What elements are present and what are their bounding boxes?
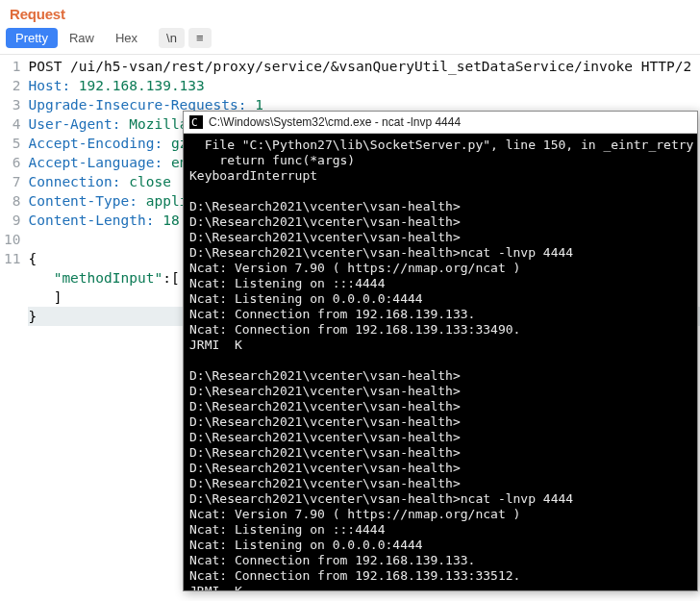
editor-toolbar: PrettyRawHex \n ≡ [0, 24, 700, 55]
terminal-line: Ncat: Version 7.90 ( https://nmap.org/nc… [189, 261, 691, 276]
code-line[interactable]: Host: 192.168.139.133 [28, 76, 700, 95]
terminal-titlebar[interactable]: C C:\Windows\System32\cmd.exe - ncat -ln… [184, 112, 697, 134]
line-number: 6 [4, 153, 20, 172]
menu-button[interactable]: ≡ [188, 28, 212, 48]
terminal-title-text: C:\Windows\System32\cmd.exe - ncat -lnvp… [209, 115, 461, 129]
terminal-line: Ncat: Version 7.90 ( https://nmap.org/nc… [189, 507, 691, 522]
terminal-line: Ncat: Connection from 192.168.139.133. [189, 307, 691, 322]
terminal-line: Ncat: Listening on :::4444 [189, 276, 691, 291]
terminal-window[interactable]: C C:\Windows\System32\cmd.exe - ncat -ln… [183, 111, 698, 591]
terminal-line: JRMI K [189, 338, 691, 353]
line-number: 2 [4, 76, 20, 95]
line-number: 7 [4, 172, 20, 191]
terminal-line: Ncat: Connection from 192.168.139.133:33… [189, 568, 691, 584]
terminal-line: D:\Research2021\vcenter\vsan-health> [189, 214, 691, 230]
line-number: 4 [4, 114, 20, 134]
terminal-line: D:\Research2021\vcenter\vsan-health>ncat… [189, 245, 691, 261]
tab-hex[interactable]: Hex [106, 28, 147, 48]
terminal-line: D:\Research2021\vcenter\vsan-health> [189, 445, 691, 461]
terminal-line: D:\Research2021\vcenter\vsan-health> [189, 476, 691, 491]
code-line[interactable]: POST /ui/h5-vsan/rest/proxy/service/&vsa… [28, 57, 700, 76]
terminal-line: return func(*args) [189, 153, 691, 168]
line-number: 8 [4, 191, 20, 211]
terminal-line: D:\Research2021\vcenter\vsan-health> [189, 199, 691, 214]
line-number: 10 [4, 230, 20, 249]
terminal-line: File "C:\Python27\lib\SocketServer.py", … [189, 138, 691, 153]
line-number [4, 288, 20, 307]
line-number: 1 [4, 57, 20, 76]
terminal-line: JRMI K [189, 584, 691, 590]
svg-text:C: C [191, 116, 198, 129]
editor-gutter: 1234567891011 [0, 55, 28, 328]
terminal-line: D:\Research2021\vcenter\vsan-health> [189, 399, 691, 414]
terminal-line: Ncat: Listening on :::4444 [189, 522, 691, 538]
terminal-line: Ncat: Listening on 0.0.0.0:4444 [189, 291, 691, 307]
terminal-line: D:\Research2021\vcenter\vsan-health> [189, 230, 691, 245]
terminal-line: D:\Research2021\vcenter\vsan-health>ncat… [189, 491, 691, 507]
terminal-line: D:\Research2021\vcenter\vsan-health> [189, 430, 691, 445]
terminal-line: D:\Research2021\vcenter\vsan-health> [189, 461, 691, 476]
terminal-line: D:\Research2021\vcenter\vsan-health> [189, 368, 691, 384]
terminal-line: Ncat: Connection from 192.168.139.133. [189, 553, 691, 568]
line-number: 11 [4, 249, 20, 268]
line-number [4, 307, 20, 326]
terminal-line [189, 353, 691, 368]
line-number: 9 [4, 211, 20, 230]
terminal-line: D:\Research2021\vcenter\vsan-health> [189, 384, 691, 399]
terminal-line: D:\Research2021\vcenter\vsan-health> [189, 414, 691, 430]
line-number: 5 [4, 134, 20, 153]
line-number [4, 268, 20, 288]
terminal-line: Ncat: Connection from 192.168.139.133:33… [189, 322, 691, 338]
terminal-output[interactable]: File "C:\Python27\lib\SocketServer.py", … [184, 134, 697, 590]
terminal-line: Ncat: Listening on 0.0.0.0:4444 [189, 538, 691, 553]
panel-title: Request [0, 0, 700, 24]
terminal-line: KeyboardInterrupt [189, 168, 691, 184]
terminal-icon: C [189, 115, 203, 129]
tab-raw[interactable]: Raw [60, 28, 104, 48]
terminal-line [189, 184, 691, 199]
line-number: 3 [4, 95, 20, 114]
tab-pretty[interactable]: Pretty [6, 28, 58, 48]
newline-toggle-button[interactable]: \n [159, 28, 185, 48]
